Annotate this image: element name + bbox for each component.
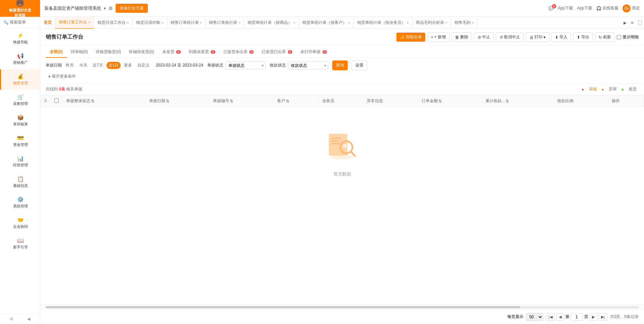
tab-close-btn[interactable]: × (200, 21, 202, 25)
tab-close-all-btn[interactable]: ✕ (629, 17, 636, 29)
sub-tab-not-printed[interactable]: 未打印单据 0 (296, 46, 331, 58)
sidebar-item-system[interactable]: ⚙️ 系统管理 (0, 192, 40, 213)
date-opt-yesterday[interactable]: 昨天 (64, 62, 76, 69)
message-area[interactable]: 💬 6 (549, 6, 554, 11)
sub-tab-label: 待审核(0) (71, 49, 88, 54)
unreviewed-action-btn[interactable]: 弃审 (607, 86, 619, 93)
tab-sales-order-exec[interactable]: 销售订单执行表 × (206, 17, 244, 29)
date-opt-7days[interactable]: 近7天 (91, 62, 105, 69)
last-page-btn[interactable]: ▶| (599, 313, 607, 321)
add-button[interactable]: + + 新增 (427, 32, 449, 42)
first-page-btn[interactable]: |◀ (546, 313, 555, 321)
sub-tab-pending-review[interactable]: 待审核(0) (67, 46, 92, 58)
refresh-button[interactable]: ↻ 刷新 (595, 32, 615, 42)
sidebar-item-purchase[interactable]: 🛒 采购管理 (0, 90, 40, 110)
review-action-btn[interactable]: 审核 (587, 86, 599, 93)
tab-sales-stat-customer[interactable]: 销货单统计表（按客户） × (299, 17, 354, 29)
sidebar-item-finance[interactable]: 💳 资金管理 (0, 131, 40, 151)
show-detail-input[interactable] (617, 35, 621, 39)
th-checkbox[interactable] (51, 95, 63, 107)
sidebar-item-quick-nav[interactable]: ⚡ 快捷导航 (0, 28, 40, 49)
select-all-checkbox[interactable] (54, 98, 59, 103)
sort-icon[interactable]: ⇅ (230, 99, 233, 104)
sidebar-item-marketing[interactable]: 📢 营销推广 (0, 49, 40, 69)
sub-tab-wangpu[interactable]: 旺铺待发货(0) (125, 46, 158, 58)
settings-icon[interactable]: ⚙ (10, 317, 13, 321)
tab-sales-order-stat[interactable]: 销售订单统计表 × (167, 17, 206, 29)
tab-home[interactable]: 首页 (40, 17, 55, 29)
tab-scroll-right-btn[interactable]: ▶ (621, 17, 629, 29)
horizontal-scrollbar[interactable] (40, 305, 644, 309)
collapse-icon[interactable]: ◀ (27, 317, 30, 321)
delete-button[interactable]: 🗑 删除 (452, 32, 472, 42)
tab-sales-workbench[interactable]: 销售订单工作台 × (55, 17, 94, 29)
tab-close-btn[interactable]: × (472, 21, 474, 25)
sub-tab-all[interactable]: 全部(0) (46, 46, 67, 58)
industry-solution-button[interactable]: 体验行业方案 (116, 4, 148, 13)
sub-tab-shipped-not-warehoused[interactable]: 已发货未出库 0 (219, 46, 258, 58)
cancel-stop-button[interactable]: ↺ 取消中止 (496, 32, 524, 42)
payment-select[interactable]: 收款状态 (288, 62, 328, 70)
tab-maximize-btn[interactable]: ⛶ (636, 17, 644, 29)
online-service-link[interactable]: 🎧 在线客服 (596, 5, 618, 11)
tab-close-btn[interactable]: × (127, 21, 129, 25)
sub-tab-shipped-warehoused[interactable]: 已发货已出库 0 (258, 46, 296, 58)
export-button[interactable]: ⬆ 导出 (573, 32, 593, 42)
expand-filter-button[interactable]: ▾ 展开更多条件 (46, 72, 639, 81)
tab-close-btn[interactable]: × (293, 21, 295, 25)
app-download-text[interactable]: App下载 (577, 5, 592, 11)
header-right: 💬 6 App下载 App下载 🎧 在线客服 Ea 用友 (549, 4, 640, 12)
svg-point-7 (343, 144, 347, 148)
sort-icon[interactable]: ⇅ (506, 99, 509, 104)
search-menu[interactable]: 🔍 搜索菜单 (0, 17, 40, 28)
ship-action-btn[interactable]: 发货 (627, 86, 639, 93)
sidebar-item-guide[interactable]: 📖 新手引导 (0, 233, 40, 254)
app-download-link[interactable]: App下载 (558, 5, 573, 11)
tab-close-btn[interactable]: × (445, 21, 447, 25)
date-opt-1month[interactable]: 近1月 (106, 62, 121, 69)
sidebar-item-basic[interactable]: 📋 基础信息 (0, 172, 40, 192)
tab-margin-analysis[interactable]: 商品毛利分析表 × (413, 17, 451, 29)
sort-icon[interactable]: ⇅ (166, 99, 169, 104)
sidebar-item-cooperation[interactable]: 🤝 企业协同 (0, 213, 40, 233)
tab-close-btn[interactable]: × (88, 21, 90, 24)
sidebar-item-operation[interactable]: 📊 经营管理 (0, 151, 40, 172)
sort-icon[interactable]: ⇅ (286, 99, 289, 104)
import-button[interactable]: ⬇ 导入 (551, 32, 571, 42)
settings-filter-button[interactable]: 设置 (352, 60, 367, 70)
sidebar-item-sales[interactable]: 💰 销售管理 (0, 69, 40, 90)
sort-icon[interactable]: ⇅ (438, 99, 442, 104)
tab-close-btn[interactable]: × (348, 21, 350, 25)
sub-tab-pending-inspect[interactable]: 待拣货验货(0) (92, 46, 125, 58)
smart-generate-button[interactable]: ✨ 智能生单 (396, 33, 425, 42)
top-header: 装备及固定资产辅助管理系统 ▾ ⚙ 体验行业方案 💬 6 App下载 App下载… (40, 0, 644, 17)
tab-close-btn[interactable]: × (162, 21, 164, 25)
next-page-btn[interactable]: ▶ (590, 313, 597, 321)
print-button[interactable]: 🖨 打印 ▾ (526, 32, 549, 42)
prev-page-btn[interactable]: ◀ (556, 313, 564, 321)
tab-sales-profit[interactable]: 销售毛利 × (451, 17, 478, 29)
sub-tab-overdue[interactable]: 到期未发货 0 (185, 46, 219, 58)
settings-btn[interactable]: ⚙ (109, 6, 113, 11)
date-opt-custom[interactable]: 自定义 (135, 62, 152, 69)
current-page-input[interactable] (571, 313, 583, 321)
scroll-thumb[interactable] (46, 306, 520, 308)
tab-sales-stat-staff[interactable]: 销货单统计表（按业务员） × (354, 17, 413, 29)
system-dropdown-btn[interactable]: ▾ (104, 6, 106, 11)
sort-icon[interactable]: ⇅ (91, 99, 94, 104)
tab-close-btn[interactable]: × (239, 21, 241, 25)
date-opt-more[interactable]: 更多 (122, 62, 134, 69)
tab-cash-daily[interactable]: 钱货日清工作台 × (94, 17, 133, 29)
stop-button[interactable]: ⊘ 中止 (474, 32, 494, 42)
status-select[interactable]: 单据状态 (225, 62, 266, 70)
page-size-select[interactable]: 50 20 100 (526, 313, 543, 321)
query-button[interactable]: 查询 (332, 60, 348, 70)
sub-tab-not-shipped[interactable]: 未发货 0 (158, 46, 185, 58)
show-detail-checkbox[interactable]: 显示明细 (617, 34, 639, 40)
tab-close-btn[interactable]: × (407, 21, 409, 25)
scroll-track[interactable] (46, 306, 639, 308)
tab-sales-stat-product[interactable]: 销货单统计表（按商品） × (244, 17, 299, 29)
tab-cash-reconcile[interactable]: 钱货日清对账 × (133, 17, 167, 29)
sidebar-item-inventory[interactable]: 📦 库存核算 (0, 110, 40, 131)
date-opt-today[interactable]: 今天 (77, 62, 89, 69)
